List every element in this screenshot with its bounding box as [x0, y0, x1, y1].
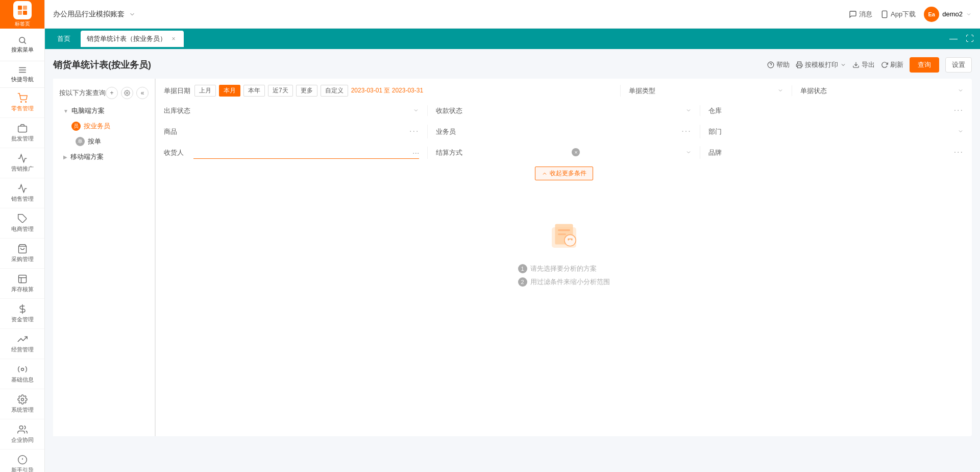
- tab-close-btn[interactable]: ×: [169, 35, 178, 43]
- query-btn[interactable]: 查询: [910, 57, 939, 73]
- svg-rect-3: [23, 11, 27, 15]
- finance-label: 资金管理: [11, 316, 34, 323]
- export-btn[interactable]: 导出: [852, 60, 875, 69]
- tab-minimize-btn[interactable]: —: [947, 32, 960, 45]
- logo-icon: [13, 1, 32, 19]
- sidebar-item-basic[interactable]: 基础信息: [0, 359, 44, 389]
- filter-row-3: 商品 ··· 业务员: [164, 125, 964, 138]
- brand-select[interactable]: ···: [738, 146, 964, 159]
- filter-doc-type: 单据类型: [629, 85, 792, 96]
- quick-nav[interactable]: 快捷导航: [0, 61, 44, 88]
- warehouse-select[interactable]: ···: [738, 104, 964, 117]
- tab-label: 销货单统计表（按业务员）: [87, 34, 166, 43]
- sidebar-item-ops[interactable]: 经营管理: [0, 329, 44, 359]
- sidebar-logo[interactable]: 标签页: [0, 0, 44, 29]
- tree-mobile-schemes[interactable]: ▶ 移动端方案: [53, 149, 155, 164]
- svg-rect-32: [558, 229, 570, 231]
- inventory-label: 库存核算: [11, 286, 34, 293]
- sidebar-item-ecom[interactable]: 电商管理: [0, 208, 44, 239]
- add-scheme-btn[interactable]: +: [106, 87, 118, 99]
- print-btn[interactable]: 按模板打印: [796, 60, 846, 69]
- sidebar-item-wholesale[interactable]: 批发管理: [0, 118, 44, 148]
- tree-by-salesperson[interactable]: 员 按业务员: [61, 119, 155, 134]
- user-menu[interactable]: Ea demo2: [924, 7, 972, 22]
- tab-maximize-btn[interactable]: ⛶: [964, 32, 976, 45]
- date-custom-btn[interactable]: 自定义: [321, 85, 348, 97]
- out-status-select[interactable]: [194, 105, 419, 116]
- search-label: 搜索菜单: [11, 46, 34, 54]
- tree-pc-schemes[interactable]: ▼ 电脑端方案: [53, 103, 155, 119]
- settings-btn[interactable]: 设置: [945, 57, 972, 73]
- edit-scheme-btn[interactable]: [121, 87, 133, 99]
- filter-row-4: 收货人 ··· 结算方式: [164, 146, 964, 159]
- filter-dept: 部门: [708, 126, 964, 137]
- salesperson-select[interactable]: ···: [465, 125, 691, 138]
- doc-status-label: 单据状态: [800, 86, 827, 96]
- receiver-label: 收货人: [164, 148, 189, 157]
- filter-salesperson: 业务员 ···: [436, 125, 700, 138]
- collapse-panel-btn[interactable]: «: [136, 87, 149, 99]
- left-panel-title: 按以下方案查询: [59, 88, 106, 98]
- sidebar-item-purchase[interactable]: 采购管理: [0, 239, 44, 269]
- collapse-btn[interactable]: 收起更多条件: [535, 167, 593, 180]
- settlement-label: 结算方式: [436, 148, 462, 157]
- sidebar-item-sys[interactable]: 系统管理: [0, 389, 44, 419]
- svg-point-4: [19, 37, 25, 43]
- sidebar-item-finance[interactable]: 资金管理: [0, 299, 44, 329]
- filter-receipt-status: 收款状态: [436, 105, 700, 116]
- svg-line-5: [24, 42, 26, 43]
- sidebar-item-retail[interactable]: 零售管理: [0, 88, 44, 118]
- filter-row-2: 出库状态 收款状态: [164, 104, 964, 117]
- salesperson-scheme-icon: 员: [71, 122, 81, 131]
- settlement-clear-btn[interactable]: ×: [572, 148, 580, 156]
- refresh-btn[interactable]: 刷新: [881, 60, 903, 69]
- tree-by-order[interactable]: 单 按单: [61, 134, 155, 149]
- sidebar-item-sales[interactable]: 销售管理: [0, 178, 44, 208]
- topbar-dropdown[interactable]: [129, 11, 136, 18]
- dept-select[interactable]: [738, 126, 964, 137]
- tabbar: 首页 销货单统计表（按业务员） × — ⛶: [45, 29, 980, 49]
- receipt-status-select[interactable]: [467, 105, 691, 116]
- settlement-control: ×: [467, 146, 691, 159]
- date-last-month-btn[interactable]: 上月: [194, 85, 216, 97]
- left-panel-actions: + «: [106, 87, 149, 99]
- message-btn[interactable]: 消息: [849, 10, 872, 19]
- date-filter-controls: 上月 本月 本年 近7天 更多 自定义 2023-03-01 至 2023-03…: [194, 85, 612, 97]
- goods-select[interactable]: ···: [193, 125, 419, 138]
- date-label: 单据日期: [164, 86, 190, 96]
- warehouse-label: 仓库: [708, 106, 734, 115]
- msg-label: 消息: [859, 10, 872, 19]
- avatar: Ea: [924, 7, 939, 22]
- date-this-month-btn[interactable]: 本月: [219, 85, 240, 97]
- receiver-input[interactable]: [193, 147, 419, 159]
- sidebar-item-marketing[interactable]: 营销推广: [0, 148, 44, 178]
- tab-home[interactable]: 首页: [49, 29, 79, 49]
- basic-label: 基础信息: [11, 376, 34, 384]
- settlement-select[interactable]: ×: [467, 146, 691, 159]
- doc-status-select[interactable]: [831, 85, 964, 96]
- ops-label: 经营管理: [11, 346, 34, 353]
- doc-status-control: [831, 85, 964, 96]
- sidebar-item-inventory[interactable]: 库存核算: [0, 269, 44, 299]
- sidebar-search-item[interactable]: 搜索菜单: [0, 29, 44, 61]
- sidebar-item-new[interactable]: 新手引导: [0, 450, 44, 472]
- date-this-year-btn[interactable]: 本年: [243, 85, 265, 97]
- date-more-btn[interactable]: 更多: [296, 85, 317, 97]
- doc-type-select[interactable]: [659, 85, 783, 96]
- page-header: 销货单统计表(按业务员) 帮助 按模板打印 导出: [53, 57, 972, 73]
- help-btn[interactable]: 帮助: [767, 60, 790, 69]
- topbar-right: 消息 App下载 Ea demo2: [849, 7, 972, 22]
- tab-sales-stats[interactable]: 销货单统计表（按业务员） ×: [81, 31, 184, 47]
- sidebar-menu: 零售管理 批发管理 营销推广 销售管理 电商管理 采购管理 库存核算 资金管理: [0, 88, 44, 472]
- app-download-btn[interactable]: App下载: [880, 10, 916, 19]
- out-status-control: [194, 105, 419, 116]
- warehouse-control: ···: [738, 104, 964, 117]
- brand-control: ···: [738, 146, 964, 159]
- page-title: 销货单统计表(按业务员): [53, 59, 151, 71]
- sidebar-item-corp[interactable]: 企业协同: [0, 419, 44, 450]
- nav-label: 快捷导航: [11, 76, 34, 83]
- goods-control: ···: [193, 125, 419, 138]
- empty-tip-1: 1 请先选择要分析的方案: [518, 264, 610, 273]
- app-label: App下载: [891, 10, 916, 19]
- date-7days-btn[interactable]: 近7天: [268, 85, 293, 97]
